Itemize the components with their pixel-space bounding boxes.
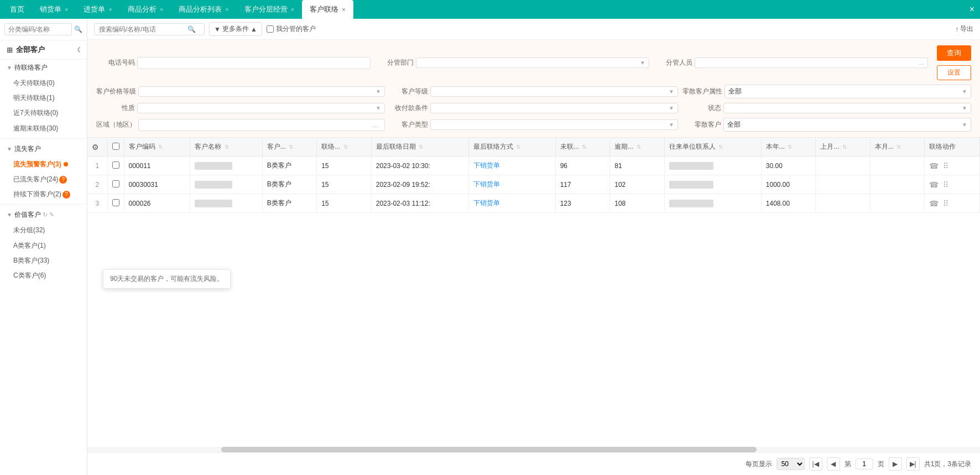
- more-action-icon-3[interactable]: ⠿: [943, 199, 948, 208]
- prev-page-button[interactable]: ◀: [827, 457, 840, 471]
- sidebar-all-customers[interactable]: ⊞ 全部客户 《: [0, 40, 87, 60]
- th-no-contact-days[interactable]: 未联... ⇅: [555, 138, 610, 156]
- sidebar-search-icon[interactable]: 🔍: [74, 25, 82, 33]
- close-customer-layer-icon[interactable]: ×: [291, 6, 294, 13]
- th-last-contact-way[interactable]: 最后联络方式 ⇅: [468, 138, 555, 156]
- th-customer-name[interactable]: 客户名称 ⇅: [190, 138, 262, 156]
- close-customer-contact-icon[interactable]: ×: [342, 6, 345, 13]
- per-page-select[interactable]: 50 20 100: [776, 458, 805, 470]
- row-person-3: ████████: [664, 194, 761, 213]
- query-button[interactable]: 查询: [937, 45, 971, 61]
- close-purchase-order-icon[interactable]: ×: [108, 6, 112, 13]
- th-contact-num[interactable]: 联络... ⇅: [317, 138, 372, 156]
- edit-icon[interactable]: ✎: [49, 211, 54, 218]
- row-contact-1: 15: [317, 156, 372, 175]
- page-number-input[interactable]: [856, 458, 873, 469]
- sidebar-section-pending[interactable]: ▼ 待联络客户: [0, 60, 87, 76]
- my-customers-checkbox[interactable]: [267, 25, 274, 33]
- next-page-button[interactable]: ▶: [889, 457, 902, 471]
- sidebar-section-lost[interactable]: ▼ 流失客户: [0, 141, 87, 157]
- row-person-1: ████████: [664, 156, 761, 175]
- filter-zero-attr-select[interactable]: 全部 ▼: [724, 85, 971, 98]
- filter-phone-input[interactable]: [137, 57, 371, 69]
- tab-product-analysis[interactable]: 商品分析 ×: [120, 0, 171, 19]
- sidebar-item-declining[interactable]: 持续下滑客户(2) ?: [0, 187, 87, 202]
- sidebar-item-7days[interactable]: 近7天待联络(0): [0, 106, 87, 121]
- filter-status-select[interactable]: ▼: [723, 103, 971, 113]
- th-contact-person[interactable]: 往来单位联系人 ⇅: [664, 138, 761, 156]
- sidebar-section-value[interactable]: ▼ 价值客户 ↻ ✎: [0, 207, 87, 223]
- settings-icon[interactable]: ⚙: [92, 143, 99, 152]
- filter-region-dots[interactable]: …: [370, 121, 381, 129]
- my-customers-checkbox-label[interactable]: 我分管的客户: [267, 24, 316, 34]
- tab-customer-layer[interactable]: 客户分层经营 ×: [237, 0, 302, 19]
- filter-region-select[interactable]: …: [138, 119, 385, 131]
- sidebar-item-overdue[interactable]: 逾期未联络(30): [0, 121, 87, 136]
- tab-purchase-order[interactable]: 进货单 ×: [76, 0, 119, 19]
- filter-zero-customer-select[interactable]: 全部 ▼: [723, 118, 971, 132]
- row-type-1: B类客户: [262, 156, 317, 175]
- more-action-icon-2[interactable]: ⠿: [943, 180, 948, 189]
- filter-cust-grade-select[interactable]: ▼: [430, 86, 678, 97]
- search-button-icon[interactable]: 🔍: [187, 25, 196, 33]
- row-checkbox-3[interactable]: [107, 194, 124, 213]
- select-all-checkbox[interactable]: [112, 143, 119, 150]
- tab-home[interactable]: 首页: [2, 0, 32, 19]
- sidebar-item-tomorrow[interactable]: 明天待联络(1): [0, 91, 87, 106]
- tab-customer-contact[interactable]: 客户联络 ×: [302, 0, 353, 19]
- th-this-month[interactable]: 本月... ⇅: [870, 138, 925, 156]
- search-input[interactable]: [99, 25, 187, 33]
- th-overdue-days[interactable]: 逾期... ⇅: [610, 138, 665, 156]
- row-action-2: ☎ ⠿: [925, 175, 980, 194]
- scrollbar-thumb[interactable]: [221, 447, 757, 452]
- contact-action-icon-3[interactable]: ☎: [929, 199, 939, 208]
- th-this-year[interactable]: 本年... ⇅: [761, 138, 816, 156]
- export-button[interactable]: ↑ 导出: [955, 24, 973, 34]
- sidebar-item-ungroup[interactable]: 未分组(32): [0, 223, 87, 238]
- th-last-month[interactable]: 上月... ⇅: [816, 138, 870, 156]
- last-page-button[interactable]: ▶|: [906, 457, 920, 471]
- first-page-button[interactable]: |◀: [809, 457, 822, 471]
- filter-payment-select[interactable]: ▼: [430, 103, 678, 113]
- filter-bar: 🔍 ▼ 更多条件 ▲ 我分管的客户 ↑ 导出: [87, 19, 980, 40]
- close-product-analysis-list-icon[interactable]: ×: [225, 6, 228, 13]
- th-customer-code[interactable]: 客户编码 ⇅: [124, 138, 190, 156]
- table-row: 3 000026 ████████ B类客户 15 2023-02-03 11:…: [87, 194, 980, 213]
- th-last-contact-date[interactable]: 最后联络日期 ⇅: [371, 138, 468, 156]
- tab-sales-order[interactable]: 销货单 ×: [32, 0, 76, 19]
- collapse-icon[interactable]: 《: [74, 46, 80, 54]
- filter-price-grade-select[interactable]: ▼: [138, 86, 385, 97]
- contact-action-icon-1[interactable]: ☎: [929, 161, 939, 170]
- refresh-icon[interactable]: ↻: [43, 211, 48, 218]
- sidebar-item-type-b[interactable]: B类客户(33): [0, 253, 87, 268]
- sidebar-item-type-a[interactable]: A类客户(1): [0, 238, 87, 253]
- sidebar-item-lost-warning[interactable]: 流失预警客户(3): [0, 157, 87, 172]
- contact-action-icon-2[interactable]: ☎: [929, 180, 939, 189]
- close-product-analysis-icon[interactable]: ×: [160, 6, 163, 13]
- sidebar-item-type-c[interactable]: C类客户(6): [0, 268, 87, 283]
- sidebar-item-already-lost[interactable]: 已流失客户(24) ?: [0, 172, 87, 187]
- horizontal-scrollbar[interactable]: [87, 447, 980, 452]
- filter-dept-select[interactable]: ▼: [416, 58, 649, 68]
- filter-staff-field: 分管人员 …: [654, 58, 928, 68]
- row-this-month-2: [870, 175, 925, 194]
- global-close-icon[interactable]: ×: [969, 4, 974, 14]
- more-conditions-button[interactable]: ▼ 更多条件 ▲: [209, 22, 262, 36]
- sort-name-icon: ⇅: [225, 144, 229, 150]
- filter-price-grade-label: 客户价格等级: [96, 87, 136, 96]
- row-checkbox-2[interactable]: [107, 175, 124, 194]
- more-action-icon-1[interactable]: ⠿: [943, 161, 948, 170]
- filter-staff-select[interactable]: …: [695, 58, 928, 68]
- close-sales-order-icon[interactable]: ×: [65, 6, 68, 13]
- setting-button[interactable]: 设置: [937, 65, 971, 80]
- th-customer-type[interactable]: 客户... ⇅: [262, 138, 317, 156]
- row-checkbox-1[interactable]: [107, 156, 124, 175]
- tab-product-analysis-list[interactable]: 商品分析列表 ×: [171, 0, 236, 19]
- filter-cust-type-select[interactable]: ▼: [430, 119, 678, 130]
- filter-gender-label: 性质: [96, 103, 135, 113]
- filter-dept-field: 分管部门 ▼: [375, 58, 649, 68]
- sidebar-search-input[interactable]: [4, 23, 72, 35]
- total-label: 共1页，3条记录: [924, 460, 971, 469]
- filter-gender-select[interactable]: ▼: [137, 103, 385, 113]
- sidebar-item-today[interactable]: 今天待联络(0): [0, 76, 87, 91]
